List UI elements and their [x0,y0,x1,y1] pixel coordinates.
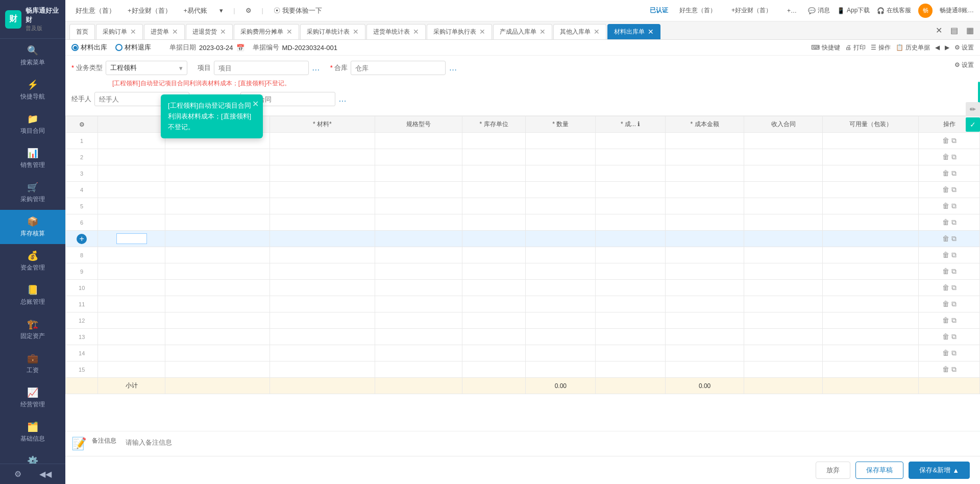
project-dots-btn[interactable]: … [312,63,320,72]
cell-unit[interactable] [462,312,526,329]
cell-project-active[interactable] [165,231,270,247]
topbar-nav-haoyecai[interactable]: +好业财（首） [124,4,176,17]
right-float-green-btn[interactable]: ✓ [966,117,980,132]
cell-qty[interactable] [526,182,596,198]
tab-return-goods[interactable]: 进退货货✕ [186,24,233,39]
cell-spec[interactable] [375,182,462,198]
cell-cost-amt[interactable] [666,329,744,345]
topbar-experience[interactable]: ☉ 我要体验一下 [270,4,326,17]
cell-unit[interactable] [462,198,526,214]
cell-cost[interactable] [596,312,666,329]
cell-cost-amt[interactable] [666,312,744,329]
cell-material[interactable] [270,361,375,378]
cell-income[interactable] [744,312,823,329]
tab-purchase-order[interactable]: 采购订单✕ [96,24,143,39]
copy-icon[interactable]: ⧉ [951,300,957,308]
cell-cost[interactable] [596,198,666,214]
cell-project[interactable] [165,345,270,361]
delete-icon[interactable]: 🗑 [942,202,949,210]
copy-icon[interactable]: ⧉ [951,185,957,193]
active-project-input[interactable] [169,235,265,243]
cell-material[interactable] [270,312,375,329]
col-header-unit[interactable]: * 库存单位 [462,116,526,133]
cell-unit[interactable] [462,296,526,312]
cell-cost-amt[interactable] [666,247,744,263]
col-header-cost[interactable]: * 成... ℹ [596,116,666,133]
ops-btn[interactable]: ☰ 操作 [871,43,891,52]
cell-cost[interactable] [596,182,666,198]
cell-material[interactable] [270,198,375,214]
cell-unit[interactable] [462,361,526,378]
topbar-online-service[interactable]: 🎧 在线客服 [877,6,911,15]
cell-income-active[interactable] [744,231,823,247]
delete-icon[interactable]: 🗑 [942,349,949,357]
tab-material-out[interactable]: 材料出库单✕ [607,24,660,39]
add-row-btn[interactable]: + [77,234,87,244]
topbar-settings-icon[interactable]: ⚙ [241,5,256,16]
copy-icon[interactable]: ⧉ [951,136,957,144]
copy-icon[interactable]: ⧉ [951,365,957,373]
settings-btn[interactable]: ⚙ 设置 [954,43,974,52]
tab-expense-split[interactable]: 采购费用分摊单✕ [234,24,299,39]
cell-unit[interactable] [462,280,526,296]
delete-icon[interactable]: 🗑 [942,153,949,161]
cell-cost-amt[interactable] [666,280,744,296]
right-float-edit-btn[interactable]: ✏ [966,102,980,116]
cell-project[interactable] [165,149,270,165]
cell-spec[interactable] [375,312,462,329]
cell-avail[interactable] [823,165,919,182]
cell-project[interactable] [165,263,270,280]
delete-icon[interactable]: 🗑 [942,365,949,373]
cell-qty[interactable] [526,149,596,165]
cell-spec[interactable] [375,280,462,296]
sidebar-item-inventory[interactable]: 📦 库存核算 [0,210,65,244]
copy-icon[interactable]: ⧉ [951,349,957,357]
cell-unit[interactable] [462,263,526,280]
copy-icon[interactable]: ⧉ [951,283,957,292]
cell-cost-amt[interactable] [666,133,744,149]
cell-spec[interactable] [375,214,462,231]
active-cell-input[interactable] [116,233,147,244]
cell-cost[interactable] [596,345,666,361]
cell-material[interactable] [270,214,375,231]
cell-qty[interactable] [526,329,596,345]
delete-icon[interactable]: 🗑 [942,332,949,341]
cell-qty[interactable] [526,296,596,312]
cell-material[interactable] [270,329,375,345]
cell-unit[interactable] [462,149,526,165]
project-input[interactable] [214,61,309,75]
page-settings-btn[interactable]: ⚙ 设置 [954,61,974,69]
cell-qty[interactable] [526,345,596,361]
col-header-qty[interactable]: * 数量 [526,116,596,133]
cell-avail[interactable] [823,182,919,198]
cell-qty[interactable] [526,361,596,378]
cell-project[interactable] [165,247,270,263]
tabbar-layout-grid[interactable]: ▤ [948,23,960,37]
sidebar-collapse-btn[interactable]: ◀◀ [39,469,52,479]
topbar-nav-dropdown[interactable]: ▾ [215,5,227,16]
cell-avail[interactable] [823,214,919,231]
cell-unit[interactable] [462,165,526,182]
tab-close-icon[interactable]: ✕ [594,28,600,35]
sidebar-item-ledger[interactable]: 📒 总账管理 [0,278,65,312]
draft-button[interactable]: 保存草稿 [855,462,903,479]
cell-project[interactable] [165,165,270,182]
cell-avail[interactable] [823,133,919,149]
subtab-material-return[interactable]: 材料退库 [115,43,151,52]
col-header-settings[interactable]: ⚙ [66,116,98,133]
sidebar-item-sales[interactable]: 📊 销售管理 [0,141,65,176]
cell-cost-amt[interactable] [666,263,744,280]
cell-income[interactable] [744,198,823,214]
cell-material[interactable] [270,165,375,182]
tab-goods-stats[interactable]: 进货单统计表✕ [366,24,426,39]
income-contract-dots-btn[interactable]: … [338,94,347,104]
tab-purchase-stats[interactable]: 采购订单统计表✕ [300,24,365,39]
user-avatar[interactable]: 畅 [918,4,933,18]
cell-income[interactable] [744,263,823,280]
cell-material[interactable] [270,345,375,361]
cell-avail[interactable] [823,263,919,280]
cell-material[interactable] [270,133,375,149]
tab-close-icon[interactable]: ✕ [353,28,359,35]
delete-icon[interactable]: 🗑 [942,218,949,226]
cell-avail[interactable] [823,149,919,165]
